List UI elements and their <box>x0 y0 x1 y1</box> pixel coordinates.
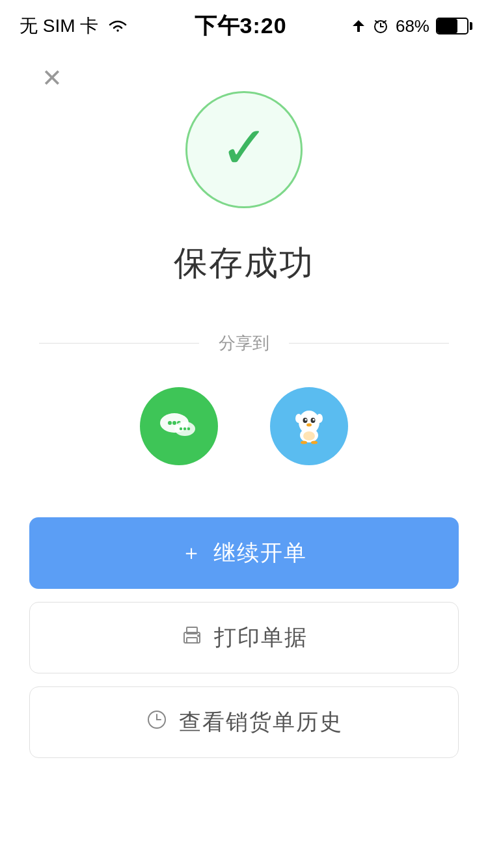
svg-point-14 <box>306 423 312 426</box>
svg-rect-23 <box>187 638 197 643</box>
printer-icon <box>180 623 204 652</box>
location-icon <box>351 19 366 33</box>
continue-button[interactable]: ＋ 继续开单 <box>29 517 459 589</box>
status-right: 68% <box>351 16 468 36</box>
qq-share-button[interactable] <box>270 387 348 465</box>
share-label: 分享到 <box>199 332 289 355</box>
svg-point-17 <box>301 441 307 444</box>
share-icons <box>140 387 348 465</box>
battery-percentage: 68% <box>396 16 429 36</box>
clock-icon <box>145 708 169 737</box>
history-label: 查看销货单历史 <box>179 707 343 737</box>
svg-point-24 <box>197 634 200 637</box>
svg-point-8 <box>187 427 190 430</box>
plus-icon: ＋ <box>181 539 203 567</box>
history-button[interactable]: 查看销货单历史 <box>29 686 459 758</box>
divider-left <box>39 343 199 344</box>
wechat-share-button[interactable] <box>140 387 218 465</box>
svg-point-16 <box>303 431 315 441</box>
carrier-text: 无 SIM 卡 <box>20 14 98 38</box>
alarm-icon <box>372 18 389 34</box>
svg-point-7 <box>183 427 186 430</box>
svg-point-19 <box>295 414 302 423</box>
status-bar: 无 SIM 卡 下午3:20 68% <box>0 0 488 52</box>
svg-point-13 <box>312 418 314 420</box>
share-divider: 分享到 <box>0 332 488 355</box>
svg-point-20 <box>316 414 323 423</box>
battery-icon <box>436 18 468 34</box>
divider-right <box>289 343 449 344</box>
checkmark-icon: ✓ <box>220 118 269 177</box>
close-icon: ✕ <box>42 66 62 90</box>
qq-icon <box>288 405 331 448</box>
wifi-icon <box>106 18 129 34</box>
wechat-icon <box>156 403 202 449</box>
action-buttons: ＋ 继续开单 打印单据 查看销货单历史 <box>29 517 459 758</box>
main-content: ✓ 保存成功 分享到 <box>0 52 488 758</box>
svg-point-6 <box>180 427 182 430</box>
print-button[interactable]: 打印单据 <box>29 602 459 673</box>
svg-point-2 <box>168 421 172 425</box>
continue-label: 继续开单 <box>213 538 307 568</box>
close-button[interactable]: ✕ <box>33 59 72 98</box>
status-carrier: 无 SIM 卡 <box>20 14 129 38</box>
status-time: 下午3:20 <box>195 11 287 41</box>
svg-point-18 <box>311 441 318 444</box>
svg-point-12 <box>305 418 306 420</box>
svg-point-3 <box>172 421 176 425</box>
success-title: 保存成功 <box>174 241 314 286</box>
print-label: 打印单据 <box>214 623 308 653</box>
success-circle: ✓ <box>185 91 303 208</box>
